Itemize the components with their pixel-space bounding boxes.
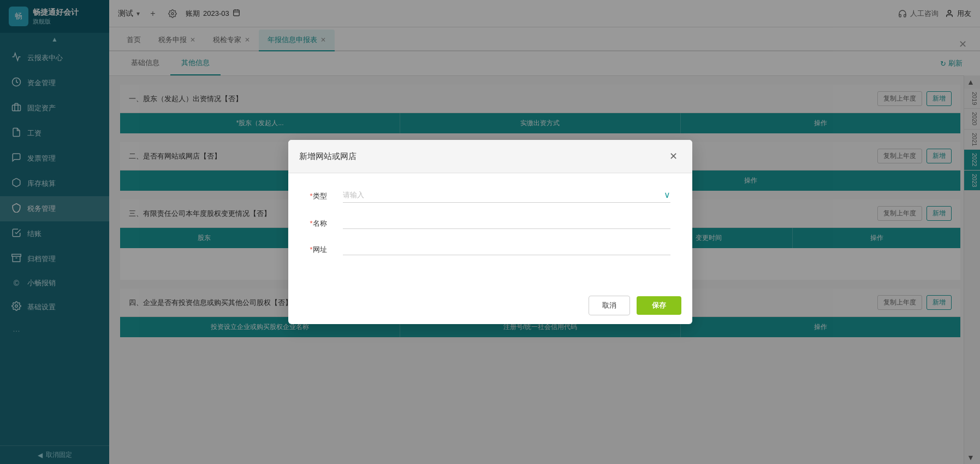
form-field-type: *类型 ∨ bbox=[310, 190, 670, 203]
type-input-wrap: ∨ bbox=[343, 190, 670, 203]
form-label-name: *名称 bbox=[310, 219, 343, 228]
modal-overlay[interactable]: 新增网站或网店 ✕ *类型 ∨ *名称 bbox=[0, 0, 980, 464]
name-input[interactable] bbox=[343, 218, 670, 226]
type-dropdown-icon[interactable]: ∨ bbox=[664, 190, 670, 200]
form-field-url: *网址 bbox=[310, 244, 670, 255]
modal-footer: 取消 保存 bbox=[288, 287, 692, 324]
name-label-text: 名称 bbox=[313, 219, 327, 227]
modal-header: 新增网站或网店 ✕ bbox=[288, 140, 692, 173]
type-label-text: 类型 bbox=[313, 192, 327, 200]
url-label-text: 网址 bbox=[313, 245, 327, 254]
modal-close-btn[interactable]: ✕ bbox=[666, 149, 681, 164]
form-label-type: *类型 bbox=[310, 191, 343, 201]
modal-title: 新增网站或网店 bbox=[299, 151, 357, 162]
modal-body: *类型 ∨ *名称 *网址 bbox=[288, 173, 692, 287]
cancel-btn[interactable]: 取消 bbox=[589, 296, 630, 315]
save-btn[interactable]: 保存 bbox=[637, 296, 681, 315]
url-input[interactable] bbox=[343, 244, 670, 252]
form-label-url: *网址 bbox=[310, 245, 343, 255]
type-input[interactable] bbox=[343, 191, 664, 199]
form-field-name: *名称 bbox=[310, 218, 670, 229]
name-input-wrap bbox=[343, 218, 670, 229]
url-input-wrap bbox=[343, 244, 670, 255]
modal-add-website: 新增网站或网店 ✕ *类型 ∨ *名称 bbox=[288, 140, 692, 324]
